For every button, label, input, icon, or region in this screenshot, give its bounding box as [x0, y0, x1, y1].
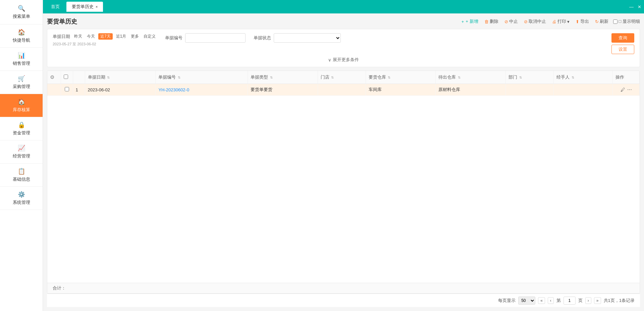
sort-icon-pending-warehouse: ⇅: [458, 76, 461, 79]
expand-label: 展开更多条件: [333, 57, 359, 63]
action-buttons: 查询 设置: [611, 33, 634, 54]
th-store[interactable]: 门店 ⇅: [318, 71, 366, 84]
doc-number-input[interactable]: [185, 33, 246, 43]
sidebar-item-operations[interactable]: 📈 经营管理: [0, 140, 43, 164]
sort-icon-department: ⇅: [519, 76, 522, 79]
toolbar: + + 新增 🗑 删除 ⊘ 中止 ⊘ 取消中止 🖨 打印: [460, 18, 640, 25]
cell-handler: [554, 84, 613, 96]
page-title: 要货单历史: [47, 17, 77, 26]
date-custom[interactable]: 自定义: [142, 33, 157, 40]
gear-icon: ⚙️: [18, 191, 25, 198]
cancel-suspend-button[interactable]: ⊘ 取消中止: [523, 18, 547, 25]
tab-requisition-history[interactable]: 要货单历史 ×: [66, 2, 103, 12]
cell-pending-warehouse: 原材料仓库: [436, 84, 506, 96]
delete-button[interactable]: 🗑 删除: [483, 18, 500, 25]
settings-button[interactable]: 设置: [611, 45, 634, 54]
delete-label: 删除: [490, 18, 498, 25]
display-detail-checkbox[interactable]: [613, 19, 618, 24]
sidebar-item-label: 搜索菜单: [13, 13, 30, 19]
next-page-button[interactable]: ›: [585, 297, 591, 304]
th-pending-warehouse-label: 待出仓库: [438, 75, 456, 80]
cell-checkbox: [61, 84, 73, 96]
tab-home[interactable]: 首页: [46, 2, 65, 12]
sidebar-item-purchase[interactable]: 🛒 采购管理: [0, 71, 43, 94]
sidebar-item-inventory[interactable]: 🏠 库存核算: [0, 94, 43, 117]
cell-department: [506, 84, 554, 96]
refresh-label: 刷新: [600, 18, 608, 25]
expand-more-button[interactable]: ∨ 展开更多条件: [53, 57, 634, 63]
sidebar-item-label: 库存核算: [13, 107, 30, 113]
doc-number-label: 单据编号: [165, 35, 182, 41]
suspend-button[interactable]: ⊘ 中止: [503, 18, 519, 25]
window-minimize[interactable]: —: [629, 4, 634, 9]
cell-ops: 🖊 ⋯: [613, 84, 640, 96]
doc-number-link[interactable]: YH-20230602-0: [158, 87, 189, 92]
sidebar-item-label: 资金管理: [13, 130, 30, 136]
date-yesterday[interactable]: 昨天: [73, 33, 84, 40]
sidebar-item-system[interactable]: ⚙️ 系统管理: [0, 187, 43, 210]
tab-close-icon[interactable]: ×: [96, 5, 98, 9]
refresh-button[interactable]: ↻ 刷新: [594, 18, 610, 25]
tab-requisition-label: 要货单历史: [72, 4, 94, 10]
page-number-input[interactable]: [564, 297, 576, 305]
th-doc-number[interactable]: 单据编号 ⇅: [156, 71, 248, 84]
query-button[interactable]: 查询: [611, 33, 634, 43]
edit-icon[interactable]: 🖊: [621, 87, 625, 92]
sort-icon-handler: ⇅: [572, 76, 574, 79]
th-doc-type[interactable]: 单据类型 ⇅: [248, 71, 318, 84]
export-button[interactable]: ⬆ 导出: [574, 18, 590, 25]
sidebar-item-basic-info[interactable]: 📋 基础信息: [0, 164, 43, 187]
last-page-button[interactable]: »: [594, 297, 601, 304]
sidebar-item-sales[interactable]: 📊 销售管理: [0, 48, 43, 71]
tab-bar: 首页 要货单历史 × — ✕: [43, 0, 644, 13]
page-content: 要货单历史 + + 新增 🗑 删除 ⊘ 中止 ⊘ 取消中止: [43, 13, 644, 311]
th-ops: 操作: [613, 71, 640, 84]
date-last7days[interactable]: 近7天: [98, 33, 113, 40]
column-settings-icon[interactable]: ⚙: [50, 74, 54, 80]
footer-total-label: 合计：: [53, 285, 66, 291]
th-settings: ⚙: [47, 71, 61, 84]
suspend-label: 中止: [509, 18, 518, 25]
date-last-month[interactable]: 近1月: [115, 33, 128, 40]
date-filter-group: 单据日期 昨天 今天 近7天 近1月 更多 自定义: [53, 33, 157, 40]
data-table: ⚙ 单据日期 ⇅ 单据编号: [47, 71, 640, 96]
prev-page-button[interactable]: ‹: [548, 297, 554, 304]
date-more[interactable]: 更多: [129, 33, 140, 40]
sidebar-item-search-menu[interactable]: 🔍 搜索菜单: [0, 0, 43, 25]
th-handler[interactable]: 经手人 ⇅: [554, 71, 613, 84]
print-button[interactable]: 🖨 打印 ▾: [551, 18, 571, 25]
print-label: 打印: [557, 18, 566, 25]
select-all-checkbox[interactable]: [64, 75, 68, 79]
date-filter-label: 单据日期: [53, 34, 70, 40]
doc-status-select[interactable]: [274, 33, 341, 43]
th-pending-warehouse[interactable]: 待出仓库 ⇅: [436, 71, 506, 84]
page-label-prefix: 第: [556, 298, 561, 304]
per-page-select[interactable]: 50 10 20 100: [518, 297, 535, 305]
th-checkbox: [61, 71, 73, 84]
doc-status-filter-group: 单据状态: [254, 33, 341, 43]
sidebar-item-finance[interactable]: 🔒 资金管理: [0, 117, 43, 140]
th-department[interactable]: 部门 ⇅: [506, 71, 554, 84]
sidebar-item-label: 经营管理: [13, 153, 30, 159]
suspend-icon: ⊘: [504, 19, 508, 24]
date-filter-col: 单据日期 昨天 今天 近7天 近1月 更多 自定义 2023-05-27 至 2…: [53, 33, 157, 47]
sidebar-item-label: 基础信息: [13, 176, 30, 182]
doc-number-filter-col: 单据编号: [165, 33, 246, 43]
more-ops-icon[interactable]: ⋯: [627, 87, 632, 92]
sidebar: 🔍 搜索菜单 🏠 快捷导航 📊 销售管理 🛒 采购管理 🏠 库存核算 🔒 资金管…: [0, 0, 43, 311]
date-today[interactable]: 今天: [86, 33, 96, 40]
new-button[interactable]: + + 新增: [460, 18, 480, 25]
th-store-label: 门店: [321, 75, 329, 80]
th-index: [73, 71, 85, 84]
display-detail-button[interactable]: □ 显示明细: [613, 18, 640, 25]
tab-home-label: 首页: [51, 4, 60, 10]
th-doc-date[interactable]: 单据日期 ⇅: [85, 71, 156, 84]
cancel-suspend-icon: ⊘: [524, 19, 528, 24]
th-handler-label: 经手人: [556, 75, 570, 80]
th-req-warehouse[interactable]: 要货仓库 ⇅: [366, 71, 436, 84]
window-close[interactable]: ✕: [638, 4, 641, 9]
sidebar-item-quick-nav[interactable]: 🏠 快捷导航: [0, 25, 43, 48]
first-page-button[interactable]: «: [538, 297, 545, 304]
sort-icon-doc-date: ⇅: [107, 76, 110, 79]
row-checkbox[interactable]: [65, 87, 69, 91]
